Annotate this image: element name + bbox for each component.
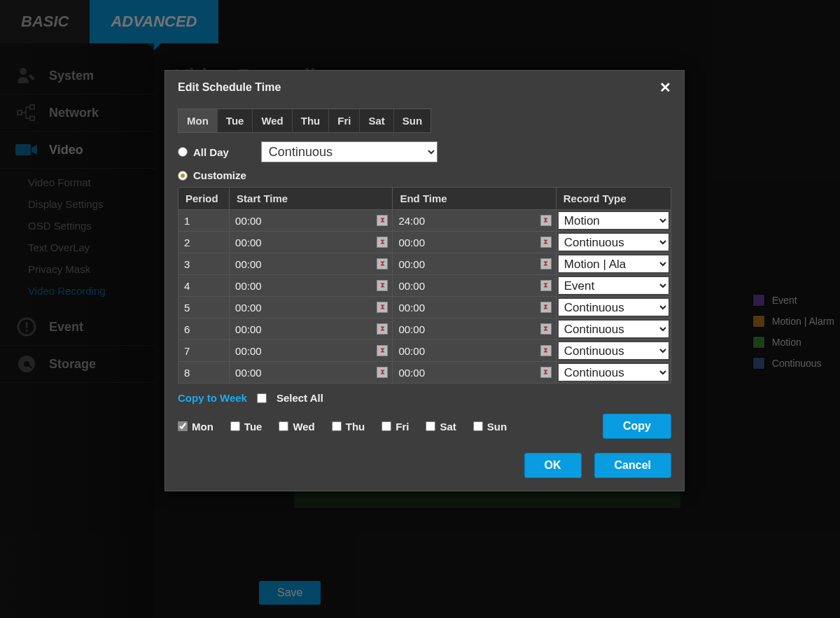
end-time-input[interactable]: 24:00⧗ [393, 210, 556, 232]
copy-day-sat[interactable]: Sat [426, 421, 456, 433]
clock-icon[interactable]: ⧗ [377, 323, 388, 335]
period-cell: 8 [178, 362, 230, 384]
day-label: Wed [293, 421, 314, 433]
record-type-cell: Continuous [556, 362, 671, 384]
clock-icon[interactable]: ⧗ [377, 367, 388, 378]
day-tab-sat[interactable]: Sat [360, 109, 393, 132]
record-type-select[interactable]: Continuous [558, 320, 669, 338]
copy-day-wed[interactable]: Wed [279, 421, 314, 433]
record-type-select[interactable]: Continuous [558, 363, 669, 381]
table-row: 100:00⧗24:00⧗Motion [178, 210, 671, 232]
all-day-record-type-select[interactable]: Continuous [261, 141, 438, 162]
end-time-input[interactable]: 00:00⧗ [393, 275, 556, 297]
clock-icon[interactable]: ⧗ [377, 258, 388, 269]
radio-all-day[interactable]: All Day [178, 146, 229, 158]
record-type-cell: Motion | Ala [556, 253, 671, 275]
start-time-input[interactable]: 00:00⧗ [230, 232, 393, 253]
clock-icon[interactable]: ⧗ [540, 280, 552, 291]
clock-icon[interactable]: ⧗ [540, 302, 552, 313]
clock-icon[interactable]: ⧗ [540, 367, 552, 378]
clock-icon[interactable]: ⧗ [377, 345, 388, 356]
copy-day-sun[interactable]: Sun [473, 421, 507, 433]
clock-icon[interactable]: ⧗ [377, 215, 388, 226]
clock-icon[interactable]: ⧗ [377, 280, 388, 291]
start-time-input[interactable]: 00:00⧗ [230, 210, 393, 232]
end-time-input[interactable]: 00:00⧗ [393, 318, 556, 340]
clock-icon[interactable]: ⧗ [540, 323, 552, 335]
day-tab-wed[interactable]: Wed [253, 109, 292, 132]
record-type-cell: Continuous [556, 318, 671, 340]
copy-button[interactable]: Copy [603, 414, 671, 439]
radio-customize[interactable]: Customize [178, 169, 671, 181]
table-row: 700:00⧗00:00⧗Continuous [178, 340, 671, 362]
cancel-button[interactable]: Cancel [594, 453, 671, 478]
record-type-select[interactable]: Event [558, 276, 669, 295]
col-period: Period [178, 188, 230, 210]
day-tab-mon[interactable]: Mon [178, 109, 218, 132]
clock-icon[interactable]: ⧗ [540, 215, 552, 226]
radio-icon [178, 171, 188, 181]
clock-icon[interactable]: ⧗ [540, 258, 552, 269]
record-type-cell: Continuous [556, 340, 671, 362]
copy-day-fri[interactable]: Fri [382, 421, 409, 433]
checkbox[interactable] [382, 421, 391, 431]
checkbox[interactable] [178, 421, 188, 431]
ok-button[interactable]: OK [524, 453, 582, 478]
record-type-select[interactable]: Continuous [558, 342, 669, 360]
clock-icon[interactable]: ⧗ [540, 345, 552, 356]
radio-label: All Day [193, 146, 229, 158]
end-time-input[interactable]: 00:00⧗ [393, 340, 556, 362]
table-row: 200:00⧗00:00⧗Continuous [178, 232, 671, 253]
start-time-input[interactable]: 00:00⧗ [230, 362, 393, 384]
col-record-type: Record Type [556, 188, 671, 210]
start-time-input[interactable]: 00:00⧗ [230, 297, 393, 318]
start-time-input[interactable]: 00:00⧗ [230, 253, 393, 275]
modal-title: Edit Schedule Time [178, 81, 281, 94]
period-cell: 7 [178, 340, 230, 362]
copy-day-thu[interactable]: Thu [332, 421, 365, 433]
copy-to-week-link[interactable]: Copy to Week [178, 392, 247, 404]
record-type-select[interactable]: Continuous [558, 298, 669, 316]
clock-icon[interactable]: ⧗ [377, 237, 388, 248]
checkbox[interactable] [230, 421, 240, 431]
end-time-input[interactable]: 00:00⧗ [393, 297, 556, 318]
record-type-select[interactable]: Motion [558, 211, 669, 230]
day-label: Mon [192, 421, 214, 433]
end-time-input[interactable]: 00:00⧗ [393, 253, 556, 275]
edit-schedule-modal: Edit Schedule Time ✕ MonTueWedThuFriSatS… [164, 70, 685, 491]
day-tabs: MonTueWedThuFriSatSun [178, 108, 431, 133]
end-time-input[interactable]: 00:00⧗ [393, 362, 556, 384]
record-type-select[interactable]: Motion | Ala [558, 255, 669, 273]
day-tab-thu[interactable]: Thu [293, 109, 330, 132]
clock-icon[interactable]: ⧗ [540, 237, 552, 248]
day-tab-fri[interactable]: Fri [329, 109, 360, 132]
select-all-checkbox[interactable] [257, 393, 267, 403]
table-row: 600:00⧗00:00⧗Continuous [178, 318, 671, 340]
copy-day-tue[interactable]: Tue [230, 421, 262, 433]
start-time-input[interactable]: 00:00⧗ [230, 340, 393, 362]
checkbox[interactable] [426, 421, 435, 431]
table-row: 400:00⧗00:00⧗Event [178, 275, 671, 297]
checkbox[interactable] [279, 421, 288, 431]
close-icon[interactable]: ✕ [659, 79, 671, 96]
period-cell: 2 [178, 232, 230, 253]
checkbox[interactable] [473, 421, 483, 431]
record-type-select[interactable]: Continuous [558, 233, 669, 251]
copy-day-mon[interactable]: Mon [178, 421, 214, 433]
clock-icon[interactable]: ⧗ [377, 302, 388, 313]
radio-icon [178, 147, 188, 157]
period-cell: 1 [178, 210, 230, 232]
record-type-cell: Event [556, 275, 671, 297]
end-time-input[interactable]: 00:00⧗ [393, 232, 556, 253]
col-start-time: Start Time [230, 188, 393, 210]
day-tab-tue[interactable]: Tue [218, 109, 253, 132]
checkbox[interactable] [332, 421, 342, 431]
period-cell: 5 [178, 297, 230, 318]
day-tab-sun[interactable]: Sun [394, 109, 430, 132]
record-type-cell: Motion [556, 210, 671, 232]
table-row: 500:00⧗00:00⧗Continuous [178, 297, 671, 318]
record-type-cell: Continuous [556, 232, 671, 253]
start-time-input[interactable]: 00:00⧗ [230, 318, 393, 340]
table-row: 300:00⧗00:00⧗Motion | Ala [178, 253, 671, 275]
start-time-input[interactable]: 00:00⧗ [230, 275, 393, 297]
